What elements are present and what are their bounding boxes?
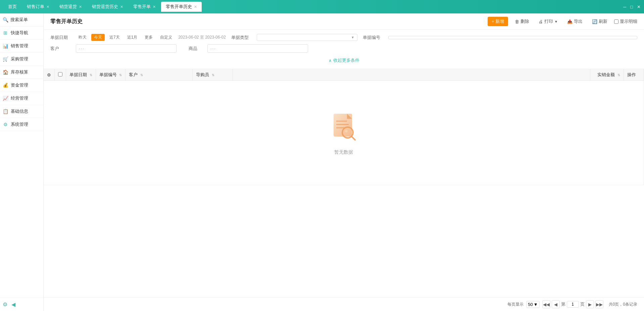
doc-date-sort-icon: ⇅ <box>90 73 92 77</box>
tab-retail-open[interactable]: 零售开单 ✕ <box>129 2 160 12</box>
sys-mgmt-icon: ⚙ <box>3 122 8 127</box>
sidebar-item-finance[interactable]: 💰 资金管理 <box>0 79 43 92</box>
print-chevron-icon: ▼ <box>554 20 558 23</box>
page-number-input[interactable] <box>567 301 579 308</box>
doc-type-select[interactable]: ▼ <box>257 34 357 41</box>
data-table: ⚙ 单据日期 ⇅ 单据编号 ⇅ <box>44 69 644 185</box>
product-input[interactable]: ··· <box>207 44 308 53</box>
sidebar-item-inventory[interactable]: 🏠 库存核算 <box>0 66 43 79</box>
sidebar-item-label: 库存核算 <box>11 69 28 75</box>
doc-no-input[interactable] <box>388 36 637 39</box>
date-btn-more[interactable]: 更多 <box>142 34 155 41</box>
inventory-icon: 🏠 <box>3 69 8 75</box>
window-close-btn[interactable]: ✕ <box>637 4 641 9</box>
tab-retail-open-history[interactable]: 零售开单历史 ✕ <box>161 2 202 12</box>
sidebar-item-sales-mgmt[interactable]: 📊 销售管理 <box>0 40 43 53</box>
finance-icon: 💰 <box>3 83 8 88</box>
per-page-select[interactable]: 50 ▼ <box>526 301 539 308</box>
date-filter-label: 单据日期 <box>50 35 70 41</box>
page-label: 第 <box>561 301 565 307</box>
minimize-btn[interactable]: ─ <box>623 4 626 9</box>
doc-type-label: 单据类型 <box>231 35 251 41</box>
sidebar-item-label: 系统管理 <box>11 121 28 127</box>
date-btn-today[interactable]: 今天 <box>91 34 105 41</box>
toolbar: + 新增 🗑 删除 🖨 打印 ▼ 📤 导出 🔄 刷新 <box>488 17 637 26</box>
th-doc-date[interactable]: 单据日期 ⇅ <box>66 69 96 81</box>
page-suffix: 页 <box>580 301 585 307</box>
sidebar-search-label: 搜索采单 <box>10 17 28 23</box>
sidebar-item-label: 销售管理 <box>11 43 28 49</box>
sidebar-item-purchase-mgmt[interactable]: 🛒 采购管理 <box>0 53 43 66</box>
sidebar-settings-icon[interactable]: ⚙ <box>3 301 7 308</box>
ops-mgmt-icon: 📈 <box>3 96 8 101</box>
tab-home[interactable]: 首页 <box>3 2 21 12</box>
date-btn-yesterday[interactable]: 昨天 <box>76 34 89 41</box>
product-input-placeholder: ··· <box>210 46 216 51</box>
page-info: 第 页 <box>561 301 585 308</box>
sidebar-search[interactable]: 🔍 搜索采单 <box>0 13 43 27</box>
pagination-bar: 每页显示 50 ▼ ◀◀ ◀ 第 页 ▶ <box>44 297 644 311</box>
search-icon: 🔍 <box>3 17 8 22</box>
pagination-total: 共0页，0条记录 <box>609 302 637 307</box>
close-sales-return-icon[interactable]: ✕ <box>79 5 82 9</box>
prev-page-btn[interactable]: ◀ <box>552 300 560 308</box>
date-btn-custom[interactable]: 自定义 <box>157 34 175 41</box>
first-page-btn[interactable]: ◀◀ <box>542 300 550 308</box>
th-checkbox[interactable] <box>55 69 66 81</box>
svg-point-7 <box>345 130 348 133</box>
sidebar-item-ops-mgmt[interactable]: 📈 经营管理 <box>0 92 43 105</box>
select-all-checkbox[interactable] <box>58 72 62 76</box>
maximize-btn[interactable]: □ <box>630 4 633 9</box>
sidebar-item-label: 快捷导航 <box>11 30 28 36</box>
th-doc-no[interactable]: 单据编号 ⇅ <box>96 69 126 81</box>
delete-button[interactable]: 🗑 删除 <box>512 17 532 26</box>
page-header: 零售开单历史 + 新增 🗑 删除 🖨 打印 ▼ 📤 导出 <box>44 13 644 30</box>
refresh-button[interactable]: 🔄 刷新 <box>589 17 610 26</box>
filter-row-2: 客户 ··· 商品 ··· <box>50 44 637 53</box>
top-bar: 首页 销售订单 ✕ 销货退货 ✕ 销货退货历史 ✕ 零售开单 ✕ 零售开单历史 … <box>0 0 644 13</box>
date-options: 昨天 今天 近7天 近1月 更多 自定义 2023-06-02 至 2023-0… <box>76 34 226 41</box>
sidebar-item-label: 基础信息 <box>11 108 28 114</box>
close-retail-open-icon[interactable]: ✕ <box>153 5 156 9</box>
first-page-icon: ◀◀ <box>543 302 550 307</box>
th-guide[interactable]: 导购员 ⇅ <box>193 69 233 81</box>
collapse-label: 收起更多条件 <box>333 57 359 63</box>
sidebar-item-sys-mgmt[interactable]: ⚙ 系统管理 <box>0 118 43 131</box>
table-area: ⚙ 单据日期 ⇅ 单据编号 ⇅ <box>44 69 644 297</box>
prev-page-icon: ◀ <box>554 302 557 307</box>
customer-input[interactable]: ··· <box>76 44 177 53</box>
close-retail-open-history-icon[interactable]: ✕ <box>194 5 197 9</box>
customer-sort-icon: ⇅ <box>140 73 143 77</box>
sidebar-item-basic-info[interactable]: 📋 基础信息 <box>0 105 43 118</box>
print-icon: 🖨 <box>539 19 543 24</box>
per-page-value: 50 <box>528 302 533 307</box>
close-sales-return-history-icon[interactable]: ✕ <box>120 5 123 9</box>
sidebar-bottom: ⚙ ◀ <box>0 298 43 311</box>
sidebar-collapse-icon[interactable]: ◀ <box>11 301 15 308</box>
th-spacer <box>233 69 590 81</box>
print-button[interactable]: 🖨 打印 ▼ <box>536 17 560 26</box>
tab-sales-return[interactable]: 销货退货 ✕ <box>55 2 87 12</box>
doc-no-label: 单据编号 <box>363 35 383 41</box>
export-button[interactable]: 📤 导出 <box>564 17 585 26</box>
display-cols-checkbox[interactable]: 显示明细 <box>614 18 637 24</box>
sidebar-item-label: 经营管理 <box>11 95 28 101</box>
date-btn-7days[interactable]: 近7天 <box>107 34 122 41</box>
th-customer[interactable]: 客户 ⇅ <box>126 69 193 81</box>
tab-sales-return-history[interactable]: 销货退货历史 ✕ <box>87 2 128 12</box>
last-page-icon: ▶▶ <box>596 302 603 307</box>
add-button[interactable]: + 新增 <box>488 17 508 26</box>
settings-icon[interactable]: ⚙ <box>47 72 51 77</box>
next-page-btn[interactable]: ▶ <box>586 300 594 308</box>
th-amount[interactable]: 实销金额 ⇅ <box>590 69 624 81</box>
sidebar-item-label: 资金管理 <box>11 82 28 88</box>
sidebar: 🔍 搜索采单 ⊞ 快捷导航 📊 销售管理 🛒 采购管理 🏠 库存核算 💰 资金管… <box>0 13 44 311</box>
close-sales-order-icon[interactable]: ✕ <box>46 5 49 9</box>
collapse-button[interactable]: ∧ 收起更多条件 <box>50 56 637 65</box>
date-btn-1month[interactable]: 近1月 <box>125 34 140 41</box>
filter-row-1: 单据日期 昨天 今天 近7天 近1月 更多 自定义 2023-06-02 至 2… <box>50 34 637 41</box>
sidebar-item-quick-nav[interactable]: ⊞ 快捷导航 <box>0 27 43 40</box>
tab-sales-order[interactable]: 销售订单 ✕ <box>22 2 54 12</box>
last-page-btn[interactable]: ▶▶ <box>595 300 603 308</box>
th-settings[interactable]: ⚙ <box>44 69 55 81</box>
